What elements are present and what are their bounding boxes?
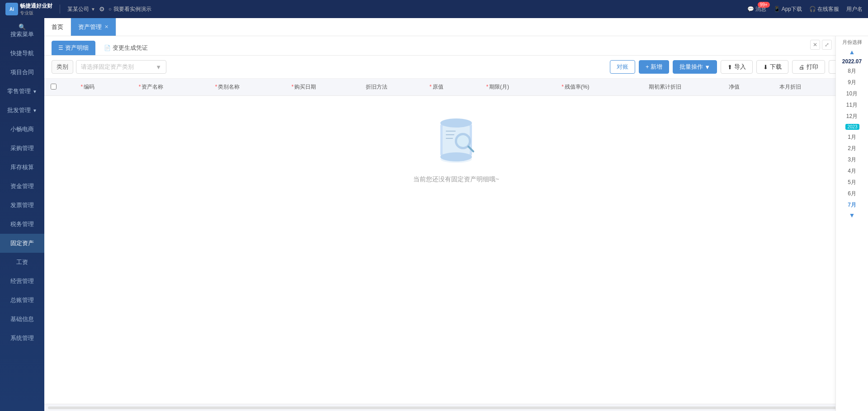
tab-asset-management[interactable]: 资产管理 ✕ <box>71 18 116 36</box>
sidebar-item-tax[interactable]: 税务管理 <box>0 215 44 234</box>
retail-arrow-icon: ▼ <box>33 89 37 94</box>
tab-close-icon[interactable]: ✕ <box>104 24 108 30</box>
sidebar-item-retail[interactable]: 零售管理 ▼ <box>0 82 44 101</box>
panel-close-button[interactable]: ✕ <box>810 40 820 50</box>
month-item-2023-1[interactable]: 1月 <box>836 132 868 143</box>
category-select: 类别 请选择固定资产类别 ▼ <box>52 60 166 74</box>
sidebar-item-purchase[interactable]: 采购管理 <box>0 139 44 158</box>
sub-tab-bar: ☰ 资产明细 📄 变更生成凭证 <box>44 36 868 56</box>
sidebar-item-ecommerce[interactable]: 小畅电商 <box>0 120 44 139</box>
app-download-button[interactable]: 📱 App下载 <box>774 5 802 13</box>
main-layout: 🔍 搜索菜单 快捷导航 项目合同 零售管理 ▼ 批发管理 ▼ 小畅电商 采购管理… <box>0 18 868 411</box>
tab-bar: 首页 资产管理 ✕ <box>44 18 868 36</box>
print-button[interactable]: 🖨 打印 <box>792 60 825 74</box>
sidebar-item-invoice[interactable]: 发票管理 <box>0 196 44 215</box>
import-button[interactable]: ⬆ 导入 <box>721 60 753 74</box>
toolbar: 类别 请选择固定资产类别 ▼ 对账 + 新增 <box>44 56 868 79</box>
sidebar-item-fixed-assets[interactable]: 固定资产 <box>0 234 44 253</box>
sidebar-item-inventory[interactable]: 库存核算 <box>0 158 44 177</box>
sidebar-item-project-contract[interactable]: 项目合同 <box>0 63 44 82</box>
panel-expand-button[interactable]: ⤢ <box>822 40 832 50</box>
header-code: *编码 <box>62 79 113 96</box>
reconcile-button[interactable]: 对账 <box>610 60 635 74</box>
month-item-2023-3[interactable]: 3月 <box>836 154 868 165</box>
company-selector[interactable]: 某某公司 ▼ <box>67 5 95 13</box>
top-bar-right: 💬 消息 99+ 📱 App下载 🎧 在线客服 用户名 <box>747 5 863 13</box>
table-header-row: *编码 *资产名称 *类别名称 *购买日期 折旧方法 *原值 *期限(月) *残… <box>44 79 868 96</box>
bottom-scrollbar <box>44 404 868 411</box>
message-icon: 💬 <box>747 6 754 12</box>
sidebar-item-general-ledger[interactable]: 总账管理 <box>0 291 44 310</box>
message-button[interactable]: 💬 消息 99+ <box>747 5 766 13</box>
header-monthly-depreciation: 本月折旧 <box>755 79 825 96</box>
header-net-value: 净值 <box>712 79 756 96</box>
month-item-9[interactable]: 9月 <box>836 77 868 88</box>
wholesale-arrow-icon: ▼ <box>33 108 37 113</box>
header-purchase-date: *购买日期 <box>265 79 342 96</box>
user-menu[interactable]: 用户名 <box>846 5 863 13</box>
brand-name: 畅捷通好业财 专业版 <box>20 2 52 16</box>
empty-illustration <box>429 114 483 168</box>
year-2023-badge: 2023 <box>845 124 859 130</box>
sub-tab-asset-detail[interactable]: ☰ 资产明细 <box>52 41 95 55</box>
import-icon: ⬆ <box>727 64 732 71</box>
month-arrow-up[interactable]: ▲ <box>849 47 855 57</box>
message-badge: 99+ <box>758 2 770 8</box>
month-item-2023-5[interactable]: 5月 <box>836 177 868 188</box>
sidebar-item-wholesale[interactable]: 批发管理 ▼ <box>0 101 44 120</box>
header-original-value: *原值 <box>411 79 462 96</box>
month-item-11[interactable]: 11月 <box>836 99 868 111</box>
scrollbar-track[interactable] <box>48 406 864 409</box>
header-depreciation-method: 折旧方法 <box>342 79 411 96</box>
select-all-checkbox[interactable] <box>51 84 57 90</box>
empty-state: 当前您还没有固定资产明细哦~ <box>44 96 868 202</box>
header-residual-rate: *残值率(%) <box>533 79 617 96</box>
month-panel-title: 月份选择 <box>842 39 862 46</box>
search-icon: 🔍 <box>19 24 26 30</box>
settings-button[interactable]: ⚙ <box>99 5 105 13</box>
demo-link[interactable]: 我要看实例演示 <box>108 5 151 13</box>
sidebar-item-quick-nav[interactable]: 快捷导航 <box>0 44 44 63</box>
add-button[interactable]: + 新增 <box>639 60 669 74</box>
category-input[interactable]: 请选择固定资产类别 ▼ <box>76 60 166 74</box>
sidebar-item-finance[interactable]: 资金管理 <box>0 177 44 196</box>
download-button[interactable]: ⬇ 下载 <box>756 60 788 74</box>
panel-controls: ✕ ⤢ <box>810 40 832 50</box>
sidebar-item-basic-info[interactable]: 基础信息 <box>0 310 44 329</box>
sidebar-item-salary[interactable]: 工资 <box>0 253 44 272</box>
top-bar: Ai 畅捷通好业财 专业版 某某公司 ▼ ⚙ 我要看实例演示 💬 消息 99+ … <box>0 0 868 18</box>
asset-detail-icon: ☰ <box>58 45 63 51</box>
app-icon: 📱 <box>774 6 780 12</box>
month-item-2023-4[interactable]: 4月 <box>836 165 868 177</box>
download-icon: ⬇ <box>763 64 768 71</box>
batch-operation-button[interactable]: 批量操作 ▼ <box>673 60 717 74</box>
svg-point-6 <box>457 135 469 147</box>
month-item-2023-6[interactable]: 6月 <box>836 188 868 199</box>
month-item-10[interactable]: 10月 <box>836 88 868 99</box>
svg-point-4 <box>440 152 472 161</box>
print-icon: 🖨 <box>799 64 805 71</box>
sidebar-item-system[interactable]: 系统管理 <box>0 329 44 348</box>
month-item-2023-2[interactable]: 2月 <box>836 143 868 154</box>
tab-home[interactable]: 首页 <box>44 18 71 36</box>
online-service-button[interactable]: 🎧 在线客服 <box>809 5 839 13</box>
year-2022-header: 2022.07 <box>836 57 868 66</box>
category-dropdown-icon: ▼ <box>156 64 161 71</box>
sidebar-item-search[interactable]: 🔍 搜索菜单 <box>0 18 44 44</box>
month-panel: 月份选择 ▲ 2022.07 8月 9月 10月 11月 12月 2023 1月… <box>835 36 868 411</box>
sidebar-item-operations[interactable]: 经营管理 <box>0 272 44 291</box>
brand-icon: Ai <box>5 3 18 15</box>
header-period: *期限(月) <box>462 79 533 96</box>
header-accumulated-depreciation: 期初累计折旧 <box>617 79 712 96</box>
category-label[interactable]: 类别 <box>52 60 73 74</box>
sub-tab-change-voucher[interactable]: 📄 变更生成凭证 <box>97 41 155 55</box>
brand-logo: Ai 畅捷通好业财 专业版 <box>5 2 52 16</box>
headset-icon: 🎧 <box>809 6 816 12</box>
year-2023-row: 2023 <box>844 122 859 132</box>
month-item-8[interactable]: 8月 <box>836 66 868 77</box>
table-wrap: *编码 *资产名称 *类别名称 *购买日期 折旧方法 *原值 *期限(月) *残… <box>44 79 868 404</box>
month-item-12[interactable]: 12月 <box>836 111 868 122</box>
month-item-2023-7[interactable]: 7月 <box>836 199 868 211</box>
change-voucher-icon: 📄 <box>104 45 111 51</box>
month-arrow-down[interactable]: ▼ <box>849 211 855 220</box>
